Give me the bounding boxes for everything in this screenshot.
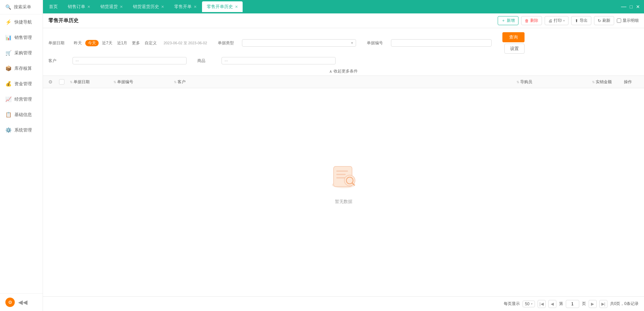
sidebar-item-ops-mgmt[interactable]: 📈 经营管理 xyxy=(0,92,43,107)
page-size-select[interactable]: 50 ▾ xyxy=(523,301,535,307)
sidebar-item-label: 经营管理 xyxy=(14,96,32,102)
first-page-icon: |◀ xyxy=(540,302,544,306)
date-shortcut-custom[interactable]: 自定义 xyxy=(143,40,158,46)
sidebar-item-inventory[interactable]: 📦 库存核算 xyxy=(0,61,43,76)
date-shortcut-last1m[interactable]: 近1月 xyxy=(116,40,129,46)
refresh-button[interactable]: ↻ 刷新 xyxy=(594,16,614,25)
display-detail-input[interactable] xyxy=(617,18,621,23)
sidebar-item-purchase-mgmt[interactable]: 🛒 采购管理 xyxy=(0,45,43,61)
export-button[interactable]: ⬆ 导出 xyxy=(571,16,591,25)
order-type-filter-label: 单据类型 xyxy=(218,40,238,46)
sort-date-icon[interactable]: ⇅ xyxy=(70,80,72,84)
display-detail-checkbox[interactable]: 显示明细 xyxy=(617,18,639,23)
per-page-label: 每页显示 xyxy=(504,301,520,307)
pagination: 每页显示 50 ▾ |◀ ◀ 第 页 ▶ ▶| 共0页，0条记录 xyxy=(43,296,644,311)
sidebar-bottom: ⚙ ◀◀ xyxy=(0,293,43,311)
tab-retail-open-history-close[interactable]: ✕ xyxy=(235,5,238,9)
delete-label: 删除 xyxy=(530,18,538,23)
th-orderno-label: 单据编号 xyxy=(117,79,133,85)
sidebar-item-basic-info[interactable]: 📋 基础信息 xyxy=(0,107,43,122)
window-maximize-button[interactable]: □ xyxy=(630,4,633,9)
tab-sales-order-label: 销售订单 xyxy=(68,4,85,10)
sidebar-item-quick-nav[interactable]: ⚡ 快捷导航 xyxy=(0,14,43,30)
basic-info-icon: 📋 xyxy=(5,112,12,118)
order-no-input[interactable] xyxy=(391,39,492,47)
next-page-button[interactable]: ▶ xyxy=(589,300,597,308)
next-page-icon: ▶ xyxy=(591,302,594,306)
sidebar-search-label: 搜索采单 xyxy=(14,4,31,10)
collapse-up-icon: ∧ xyxy=(329,69,332,74)
print-label: 打印 xyxy=(554,18,562,23)
goods-filter-label: 商品 xyxy=(197,58,217,64)
page-size-value: 50 xyxy=(525,302,529,306)
tab-sales-return[interactable]: 销货退货 ✕ xyxy=(96,1,128,12)
delete-icon: 🗑 xyxy=(525,18,529,23)
date-shortcuts: 昨天 今天 近7天 近1月 更多 自定义 xyxy=(72,40,158,46)
prev-page-icon: ◀ xyxy=(551,302,554,306)
page-label: 页 xyxy=(582,301,586,307)
refresh-label: 刷新 xyxy=(602,18,610,23)
sort-guide-icon[interactable]: ⇅ xyxy=(516,80,519,84)
current-page-input[interactable] xyxy=(566,300,579,308)
collapse-more-button[interactable]: ∧ 收起更多条件 xyxy=(48,68,639,75)
first-page-button[interactable]: |◀ xyxy=(538,300,546,308)
tab-sales-return-history-label: 销货退货历史 xyxy=(133,4,159,10)
date-shortcut-today[interactable]: 今天 xyxy=(85,40,99,46)
tab-retail-open-close[interactable]: ✕ xyxy=(194,5,197,9)
prev-page-button[interactable]: ◀ xyxy=(548,300,556,308)
total-info: 共0页，0条记录 xyxy=(610,301,639,307)
sales-mgmt-icon: 📊 xyxy=(5,35,12,41)
th-orderno: ⇅ 单据编号 xyxy=(111,79,171,85)
display-detail-label: 显示明细 xyxy=(623,18,639,23)
add-button[interactable]: ＋ 新增 xyxy=(498,16,518,25)
delete-button[interactable]: 🗑 删除 xyxy=(521,16,542,25)
tab-sales-return-history[interactable]: 销货退货历史 ✕ xyxy=(128,1,169,12)
goods-select[interactable]: ··· xyxy=(221,57,336,64)
svg-rect-3 xyxy=(336,174,346,175)
tab-sales-return-label: 销货退货 xyxy=(100,4,118,10)
th-action-label: 操作 xyxy=(624,79,632,85)
order-type-select[interactable]: ▾ xyxy=(242,39,356,47)
sidebar-item-label: 快捷导航 xyxy=(14,19,32,25)
print-button[interactable]: 🖨 打印 ▾ xyxy=(545,16,568,25)
column-settings-icon[interactable]: ⚙ xyxy=(48,79,53,85)
tab-sales-order-close[interactable]: ✕ xyxy=(87,5,90,9)
sidebar-search[interactable]: 🔍 搜索采单 xyxy=(0,0,43,14)
tab-retail-open-history-label: 零售开单历史 xyxy=(207,4,233,10)
customer-select[interactable]: ··· xyxy=(72,57,187,64)
page-size-chevron-icon: ▾ xyxy=(531,302,533,306)
tab-sales-order[interactable]: 销售订单 ✕ xyxy=(63,1,95,12)
th-amount-label: 实销金额 xyxy=(596,79,612,85)
tab-home[interactable]: 首页 xyxy=(44,1,62,12)
sidebar-item-label: 库存核算 xyxy=(14,65,32,71)
th-settings: ⚙ xyxy=(46,79,56,85)
query-button[interactable]: 查询 xyxy=(502,32,525,42)
print-chevron-icon: ▾ xyxy=(563,19,565,22)
tab-sales-return-close[interactable]: ✕ xyxy=(120,5,123,9)
order-type-chevron-icon: ▾ xyxy=(351,41,353,45)
tab-sales-return-history-close[interactable]: ✕ xyxy=(161,5,164,9)
tab-retail-open-history[interactable]: 零售开单历史 ✕ xyxy=(202,1,243,12)
date-shortcut-last7[interactable]: 近7天 xyxy=(101,40,114,46)
sort-amount-icon[interactable]: ⇅ xyxy=(592,80,595,84)
sort-orderno-icon[interactable]: ⇅ xyxy=(113,80,116,84)
tab-retail-open[interactable]: 零售开单 ✕ xyxy=(169,1,201,12)
date-shortcut-yesterday[interactable]: 昨天 xyxy=(72,40,83,46)
sidebar-collapse-button[interactable]: ◀◀ xyxy=(18,299,28,306)
sort-customer-icon[interactable]: ⇅ xyxy=(174,80,177,84)
th-date-label: 单据日期 xyxy=(73,79,90,85)
window-minimize-button[interactable]: — xyxy=(621,4,627,10)
gear-button[interactable]: ⚙ xyxy=(5,298,15,307)
window-close-button[interactable]: ✕ xyxy=(636,4,640,9)
page-title: 零售开单历史 xyxy=(48,17,498,24)
filter-settings-button[interactable]: 设置 xyxy=(504,44,525,54)
sidebar-item-label: 销售管理 xyxy=(14,35,32,41)
last-page-button[interactable]: ▶| xyxy=(599,300,607,308)
sidebar-item-finance[interactable]: 💰 资金管理 xyxy=(0,76,43,92)
order-no-filter-label: 单据编号 xyxy=(367,40,387,46)
date-shortcut-more[interactable]: 更多 xyxy=(131,40,141,46)
query-actions: 查询 设置 xyxy=(502,32,525,54)
sidebar-item-sys-mgmt[interactable]: ⚙️ 系统管理 xyxy=(0,122,43,138)
select-all-checkbox[interactable] xyxy=(59,79,64,85)
sidebar-item-sales-mgmt[interactable]: 📊 销售管理 xyxy=(0,30,43,45)
